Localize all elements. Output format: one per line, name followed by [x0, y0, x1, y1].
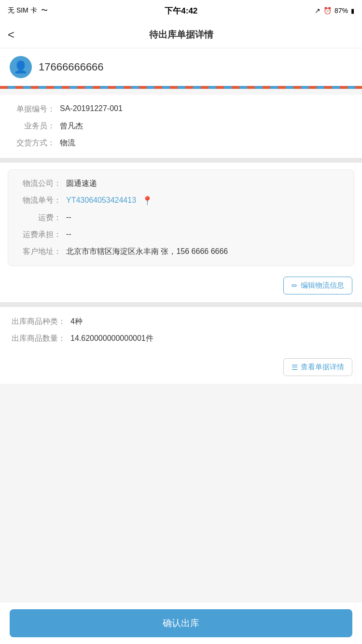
empty-space: [0, 384, 362, 480]
battery-icon: ▮: [351, 7, 354, 14]
battery-text: 87%: [334, 7, 348, 14]
section-separator-1: [0, 158, 362, 163]
freight-label: 运费：: [18, 213, 61, 223]
salesman-label: 业务员：: [12, 121, 55, 131]
list-icon: ☰: [292, 363, 298, 372]
confirm-outbound-button[interactable]: 确认出库: [10, 609, 352, 637]
freight-bearer-value: --: [66, 230, 344, 238]
company-label: 物流公司：: [18, 179, 61, 189]
basic-info-section: 单据编号： SA-20191227-001 业务员： 曾凡杰 交货方式： 物流: [0, 95, 362, 158]
salesman-row: 业务员： 曾凡杰: [12, 121, 350, 131]
goods-quantity-row: 出库商品数量： 14.620000000000001件: [12, 334, 350, 344]
order-no-label: 单据编号：: [12, 104, 55, 114]
company-row: 物流公司： 圆通速递: [18, 179, 344, 189]
person-icon: 👤: [14, 60, 28, 74]
edit-logistics-button[interactable]: ✏ 编辑物流信息: [283, 277, 352, 294]
customer-phone: 17666666666: [39, 61, 104, 73]
goods-types-value: 4种: [70, 317, 350, 327]
location-arrow-icon: ↗: [315, 7, 320, 14]
delivery-value: 物流: [60, 138, 350, 148]
location-pin-icon: 📍: [142, 196, 153, 206]
tracking-row: 物流单号： YT43064053424413 📍: [18, 196, 344, 206]
wifi-icon: 〜: [41, 6, 48, 15]
customer-header: 👤 17666666666: [0, 48, 362, 86]
detail-btn-label: 查看单据详情: [301, 363, 344, 372]
edit-icon: ✏: [292, 281, 298, 290]
back-button[interactable]: <: [8, 28, 14, 42]
logistics-container: 物流公司： 圆通速递 物流单号： YT43064053424413 📍 运费： …: [0, 163, 362, 302]
page-title: 待出库单据详情: [149, 28, 213, 41]
status-bar: 无 SIM 卡 〜 下午4:42 ↗ ⏰ 87% ▮: [0, 0, 362, 21]
freight-bearer-row: 运费承担： --: [18, 230, 344, 240]
tracking-label: 物流单号：: [18, 196, 61, 206]
tracking-value: YT43064053424413 📍: [66, 196, 344, 206]
no-sim-text: 无 SIM 卡: [8, 6, 37, 15]
goods-types-row: 出库商品种类： 4种: [12, 317, 350, 327]
freight-bearer-label: 运费承担：: [18, 230, 61, 240]
status-right: ↗ ⏰ 87% ▮: [315, 7, 354, 14]
nav-bar: < 待出库单据详情: [0, 21, 362, 48]
section-separator-2: [0, 302, 362, 307]
avatar: 👤: [10, 56, 32, 78]
address-label: 客户地址：: [18, 247, 61, 257]
confirm-btn-container: 确认出库: [0, 602, 362, 644]
dashed-divider: [0, 86, 362, 89]
address-row: 客户地址： 北京市市辖区海淀区永丰南 张，156 6666 6666: [18, 247, 344, 257]
freight-row: 运费： --: [18, 213, 344, 223]
address-value: 北京市市辖区海淀区永丰南 张，156 6666 6666: [66, 247, 344, 257]
edit-btn-label: 编辑物流信息: [301, 281, 344, 290]
delivery-row: 交货方式： 物流: [12, 138, 350, 148]
goods-section: 出库商品种类： 4种 出库商品数量： 14.620000000000001件: [0, 307, 362, 353]
alarm-icon: ⏰: [323, 7, 332, 14]
goods-types-label: 出库商品种类：: [12, 317, 66, 327]
edit-btn-container: ✏ 编辑物流信息: [0, 272, 362, 302]
view-detail-button[interactable]: ☰ 查看单据详情: [283, 358, 352, 376]
order-no-value: SA-20191227-001: [60, 104, 350, 113]
company-value: 圆通速递: [66, 179, 344, 189]
salesman-value: 曾凡杰: [60, 121, 350, 131]
goods-quantity-value: 14.620000000000001件: [70, 334, 350, 344]
freight-value: --: [66, 213, 344, 222]
status-time: 下午4:42: [165, 5, 197, 16]
order-no-row: 单据编号： SA-20191227-001: [12, 104, 350, 114]
detail-btn-container: ☰ 查看单据详情: [0, 353, 362, 384]
delivery-label: 交货方式：: [12, 138, 55, 148]
goods-quantity-label: 出库商品数量：: [12, 334, 66, 344]
status-left: 无 SIM 卡 〜: [8, 6, 48, 15]
logistics-card: 物流公司： 圆通速递 物流单号： YT43064053424413 📍 运费： …: [8, 169, 354, 266]
